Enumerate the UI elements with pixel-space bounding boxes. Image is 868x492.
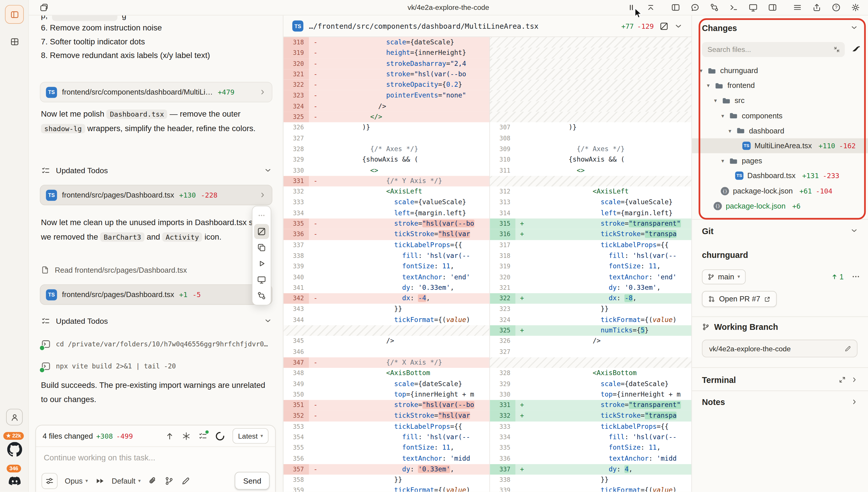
- diff-view-toggle[interactable]: [659, 21, 668, 30]
- chevron-down-icon[interactable]: [850, 227, 858, 235]
- workspace-button[interactable]: [5, 5, 24, 24]
- diff-cell: 308: [490, 133, 691, 144]
- chevron-down-icon[interactable]: [674, 22, 683, 30]
- diff-row: 358 }}338 }}: [283, 474, 691, 485]
- commits-ahead[interactable]: 1: [831, 272, 844, 281]
- notes-section-header[interactable]: Notes: [692, 394, 868, 409]
- diff-cell: 314 left={margin.left}: [490, 208, 691, 219]
- panel-layout-button[interactable]: [669, 1, 681, 14]
- diff-cell: 335 fontSize: 11,: [490, 443, 691, 453]
- diff-row: 351- stroke="hsl(var(--bo331+ stroke="tr…: [283, 400, 691, 411]
- diff-row: 347- {/* X Axis */}: [283, 358, 691, 368]
- file-change-chip[interactable]: TS frontend/src/pages/Dashboard.tsx +130…: [40, 185, 272, 205]
- diff-cell: 336- tickStroke="hsl(var: [283, 229, 490, 240]
- branch-button[interactable]: [165, 476, 174, 485]
- tree-folder-components[interactable]: ▾components: [692, 108, 868, 123]
- workspace-stack-button[interactable]: [38, 1, 50, 14]
- tree-folder-src[interactable]: ▾src: [692, 93, 868, 108]
- more-options-button[interactable]: [851, 272, 861, 281]
- pen-button[interactable]: [181, 476, 190, 485]
- added-count: +1: [179, 290, 188, 299]
- diff-cell: 333 scale={valueScale}: [283, 197, 490, 208]
- chevron-right-icon[interactable]: [851, 398, 858, 405]
- git-compare-button[interactable]: [708, 1, 720, 14]
- settings-gear-button[interactable]: [849, 1, 861, 14]
- profile-button[interactable]: [6, 409, 23, 425]
- collapse-up-button[interactable]: [644, 1, 657, 14]
- files-changed-bar[interactable]: 4 files changed +308 -499 Latest ▾: [36, 425, 275, 447]
- diff-row: 331- {/* Y Axis */}: [283, 176, 691, 187]
- folder-icon: [722, 96, 731, 105]
- scroll-up-button[interactable]: [165, 431, 174, 440]
- terminal-command-row[interactable]: cd /private/var/folders/10/h7w0q46556ggr…: [41, 337, 268, 351]
- model-dropdown[interactable]: Opus▾: [65, 476, 88, 485]
- diff-cell: 319 fontSize: 11,: [490, 261, 691, 272]
- chevron-right-icon[interactable]: [851, 376, 858, 383]
- monitor-button[interactable]: [747, 1, 759, 14]
- diff-cell: 312 <AxisLeft: [490, 187, 691, 197]
- attach-button[interactable]: [148, 476, 157, 485]
- board-view-button[interactable]: [7, 34, 22, 49]
- terminal-section-header[interactable]: Terminal: [692, 372, 868, 387]
- tree-file-package-lock.json[interactable]: {}package-lock.json+61-104: [692, 183, 868, 198]
- mode-dropdown[interactable]: Default▾: [112, 476, 141, 485]
- diff-row: 319- height={innerHeight}: [283, 48, 691, 58]
- collapse-all-icon[interactable]: [833, 46, 840, 53]
- diff-cell: 337 tickLabelProps={{: [283, 240, 490, 251]
- diff-cell: 322- strokeOpacity={0.2}: [283, 80, 490, 91]
- bird-icon[interactable]: [851, 44, 861, 54]
- run-button[interactable]: [254, 256, 269, 271]
- todos-status-button[interactable]: [198, 431, 208, 440]
- monitor-button[interactable]: [254, 272, 269, 287]
- read-file-row[interactable]: Read frontend/src/pages/Dashboard.tsx: [41, 264, 187, 277]
- tree-folder-frontend[interactable]: ▾frontend: [692, 78, 868, 93]
- file-change-chip[interactable]: TS frontend/src/pages/Dashboard.tsx +1 -…: [40, 284, 272, 305]
- tree-file-package-lock.json[interactable]: {}package-lock.json+6: [692, 198, 868, 214]
- copy-button[interactable]: [254, 240, 269, 255]
- expand-icon[interactable]: [839, 376, 846, 383]
- search-input[interactable]: [706, 45, 833, 54]
- tree-folder-churnguard[interactable]: ▾churnguard: [692, 63, 868, 78]
- help-button[interactable]: ?: [830, 1, 842, 14]
- github-button[interactable]: [7, 442, 22, 457]
- tree-folder-pages[interactable]: ▾pages: [692, 153, 868, 168]
- chat-bubble-button[interactable]: [688, 1, 701, 14]
- open-pr-button[interactable]: Open PR #7: [702, 291, 777, 307]
- send-button[interactable]: Send: [235, 472, 270, 490]
- floating-toolbar: [252, 206, 272, 305]
- sidebar-right-button[interactable]: [766, 1, 778, 14]
- branch-selector[interactable]: main ▾: [702, 269, 746, 284]
- chevron-down-icon[interactable]: [850, 24, 858, 32]
- file-change-chip[interactable]: TS frontend/src/components/dashboard/Mul…: [40, 82, 272, 102]
- updated-todos-row[interactable]: Updated Todos: [41, 313, 272, 328]
- composer-input[interactable]: [43, 452, 264, 462]
- git-compare-button[interactable]: [254, 288, 269, 303]
- discord-button[interactable]: [7, 473, 22, 488]
- folder-icon: [715, 81, 724, 90]
- pencil-icon[interactable]: [844, 345, 851, 352]
- diff-cell: [490, 112, 691, 122]
- sparkle-icon[interactable]: [182, 431, 191, 440]
- settings-sliders-button[interactable]: [42, 472, 57, 489]
- diff-view-button[interactable]: [254, 224, 269, 239]
- menu-button[interactable]: [791, 1, 803, 14]
- terminal-command-row[interactable]: npx vite build 2>&1 | tail -20: [41, 360, 176, 373]
- pause-button[interactable]: [625, 1, 637, 14]
- working-branch-input[interactable]: [708, 344, 844, 353]
- version-dropdown[interactable]: Latest ▾: [233, 428, 268, 444]
- updated-todos-row[interactable]: Updated Todos: [41, 163, 272, 178]
- terminal-button[interactable]: [727, 1, 740, 14]
- diff-cell: 355 fontSize: 11,: [283, 443, 490, 453]
- git-section-header[interactable]: Git: [692, 223, 868, 238]
- tree-file-MultiLineArea.tsx[interactable]: TSMultiLineArea.tsx+110-162: [692, 139, 868, 153]
- tree-folder-dashboard[interactable]: ▾dashboard: [692, 123, 868, 139]
- share-button[interactable]: [811, 1, 823, 14]
- tree-file-Dashboard.tsx[interactable]: TSDashboard.tsx+131-233: [692, 168, 868, 183]
- drag-handle-icon[interactable]: [254, 208, 269, 223]
- chevron-down-icon: ▾: [705, 83, 712, 89]
- diff-cell: 332 <AxisLeft: [283, 187, 490, 197]
- folder-icon: [707, 66, 717, 75]
- terminal-chip-icon: [41, 361, 51, 371]
- fast-forward-button[interactable]: [95, 476, 104, 485]
- changes-section-header[interactable]: Changes: [692, 20, 868, 35]
